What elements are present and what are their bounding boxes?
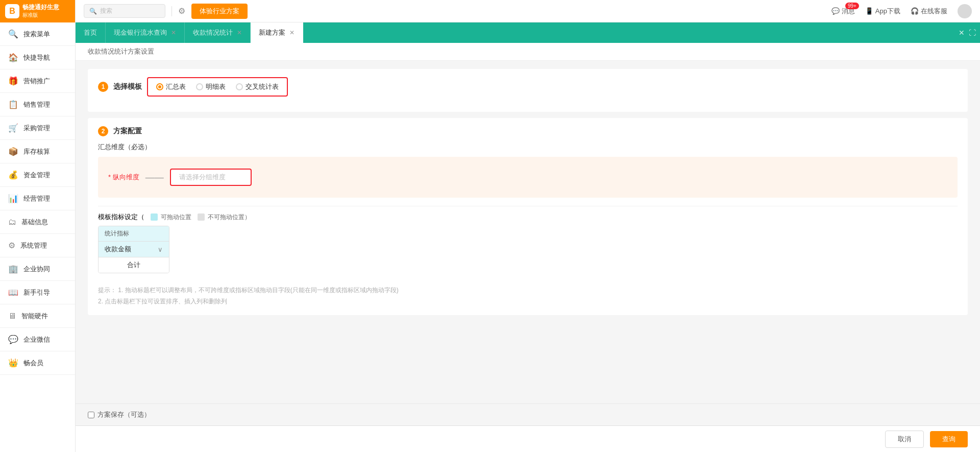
cancel-button[interactable]: 取消: [885, 431, 924, 448]
sidebar-item-inventory[interactable]: 📦 库存核算: [0, 140, 75, 163]
folder-icon: 🗂: [8, 218, 16, 227]
industry-plan-button[interactable]: 体验行业方案: [191, 4, 248, 19]
tab-receipt-stats[interactable]: 收款情况统计 ✕: [185, 22, 251, 43]
query-button[interactable]: 查询: [930, 431, 968, 447]
logo-icon: B: [5, 4, 19, 18]
customer-service-button[interactable]: 🎧 在线客服: [911, 7, 947, 16]
sidebar-item-system[interactable]: ⚙ 系统管理: [0, 234, 75, 257]
tab-bank-flow-close-icon[interactable]: ✕: [171, 29, 176, 36]
dimension-subsection-title: 汇总维度（必选）: [98, 142, 958, 152]
step2-title-text: 方案配置: [113, 127, 142, 136]
dimension-row: * 纵向维度 —— 请选择分组维度: [108, 169, 252, 186]
step1-title-text: 选择模板: [113, 82, 142, 91]
indicators-header: 模板指标设定（ 可拖动位置 不可拖动位置）: [98, 212, 958, 222]
template-radio-group: 汇总表 明细表 交叉统计表: [147, 77, 288, 97]
user-avatar[interactable]: [958, 4, 972, 18]
tab-new-plan-close-icon[interactable]: ✕: [289, 29, 295, 36]
sidebar-item-operations[interactable]: 📊 经营管理: [0, 187, 75, 210]
sidebar-item-label: 库存核算: [23, 147, 50, 156]
search-box[interactable]: 🔍 搜索: [84, 4, 165, 18]
sidebar-item-label: 企业协同: [23, 265, 50, 274]
crown-icon: 👑: [8, 358, 18, 368]
sidebar-item-sales[interactable]: 📋 销售管理: [0, 93, 75, 116]
indicator-cell-name: 收款金额: [105, 245, 131, 254]
sidebar-logo: B 畅捷通好生意 标准版: [0, 0, 75, 22]
save-plan-checkbox-row: 方案保存（可选）: [88, 410, 968, 419]
radio-detail-label: 明细表: [206, 82, 226, 91]
radio-detail-circle: [196, 83, 203, 90]
monitor-icon: 🖥: [8, 312, 16, 321]
radio-cross-circle: [236, 83, 243, 90]
page-header: 收款情况统计方案设置: [76, 43, 980, 61]
sidebar-item-label: 系统管理: [20, 241, 47, 250]
indicator-cell-dropdown-icon[interactable]: ∨: [158, 246, 163, 253]
sidebar-item-label: 销售管理: [23, 100, 50, 109]
gear-icon: ⚙: [8, 241, 15, 250]
main-area: 🔍 搜索 ⚙ 体验行业方案 💬 消息 99+ 📱 App下载 🎧 在线客服: [76, 0, 980, 452]
sidebar-item-smart-hw[interactable]: 🖥 智能硬件: [0, 304, 75, 328]
tip-text-1: 提示： 1. 拖动标题栏可以调整布局，不可跨维度或指标区域拖动目字段(只能在同一…: [98, 285, 958, 296]
building-icon: 🏢: [8, 264, 18, 274]
tabbar: 首页 现金银行流水查询 ✕ 收款情况统计 ✕ 新建方案 ✕ ✕ ⛶: [76, 22, 980, 43]
tab-close-all-icon[interactable]: ✕: [959, 29, 965, 37]
sidebar-item-guide[interactable]: 📖 新手引导: [0, 281, 75, 304]
money-icon: 💰: [8, 170, 18, 180]
step1-badge: 1: [98, 82, 108, 92]
dimension-select[interactable]: 请选择分组维度: [170, 169, 252, 186]
tab-new-plan[interactable]: 新建方案 ✕: [251, 22, 303, 43]
sidebar-item-label: 资金管理: [23, 171, 50, 180]
sidebar-item-label: 采购管理: [23, 124, 50, 133]
save-plan-checkbox[interactable]: [88, 412, 94, 418]
sidebar-item-label: 企业微信: [23, 335, 50, 344]
tab-expand-icon[interactable]: ⛶: [969, 29, 976, 37]
sidebar-item-label: 新手引导: [23, 288, 50, 297]
tab-bank-flow[interactable]: 现金银行流水查询 ✕: [106, 22, 185, 43]
radio-summary[interactable]: 汇总表: [156, 82, 186, 91]
topbar: 🔍 搜索 ⚙ 体验行业方案 💬 消息 99+ 📱 App下载 🎧 在线客服: [76, 0, 980, 22]
home-icon: 🏠: [8, 53, 18, 62]
book-icon: 📖: [8, 288, 18, 297]
indicator-cell-receipt[interactable]: 收款金额 ∨: [99, 242, 169, 257]
sidebar-item-member[interactable]: 👑 畅会员: [0, 351, 75, 375]
sidebar-item-quick-nav[interactable]: 🏠 快捷导航: [0, 46, 75, 69]
legend-fixed: 不可拖动位置）: [198, 213, 251, 222]
app-download-label: App下载: [875, 7, 900, 16]
sidebar-item-basic-info[interactable]: 🗂 基础信息: [0, 210, 75, 234]
sidebar-item-label: 智能硬件: [21, 312, 48, 321]
step1-section: 1 选择模板 汇总表 明细表 交叉统计表: [88, 69, 968, 112]
sidebar-item-enterprise[interactable]: 🏢 企业协同: [0, 257, 75, 281]
sidebar-item-wechat[interactable]: 💬 企业微信: [0, 328, 75, 351]
radio-detail[interactable]: 明细表: [196, 82, 226, 91]
page-header-text: 收款情况统计方案设置: [88, 47, 154, 55]
page-body: 1 选择模板 汇总表 明细表 交叉统计表: [76, 61, 980, 403]
legend-draggable-label: 可拖动位置: [161, 213, 191, 222]
sidebar-item-marketing[interactable]: 🎁 营销推广: [0, 69, 75, 93]
step2-badge: 2: [98, 126, 108, 136]
chat-icon: 💬: [8, 335, 18, 344]
message-button[interactable]: 💬 消息 99+: [831, 7, 855, 16]
tab-home-label: 首页: [84, 28, 97, 37]
box-icon: 📦: [8, 147, 18, 156]
sidebar-item-purchase[interactable]: 🛒 采购管理: [0, 116, 75, 140]
settings-icon[interactable]: ⚙: [178, 6, 185, 16]
tab-bank-flow-label: 现金银行流水查询: [114, 28, 167, 37]
search-menu-icon: 🔍: [8, 29, 18, 39]
sidebar-item-label: 搜索菜单: [23, 30, 50, 39]
step1-title-row: 1 选择模板 汇总表 明细表 交叉统计表: [98, 77, 958, 97]
legend-fixed-box: [198, 213, 205, 221]
topbar-right: 💬 消息 99+ 📱 App下载 🎧 在线客服: [831, 4, 972, 18]
search-icon: 🔍: [89, 8, 97, 15]
tab-receipt-stats-close-icon[interactable]: ✕: [237, 29, 242, 36]
radio-cross-label: 交叉统计表: [246, 82, 279, 91]
clipboard-icon: 📋: [8, 100, 18, 109]
legend-draggable-box: [151, 213, 158, 221]
legend-fixed-label: 不可拖动位置）: [208, 213, 251, 222]
sidebar-item-search-menu[interactable]: 🔍 搜索菜单: [0, 22, 75, 46]
sidebar-item-capital[interactable]: 💰 资金管理: [0, 163, 75, 187]
tab-home[interactable]: 首页: [76, 22, 106, 43]
app-download-button[interactable]: 📱 App下载: [865, 7, 900, 16]
radio-summary-circle: [156, 83, 163, 90]
radio-cross[interactable]: 交叉统计表: [236, 82, 279, 91]
tabbar-controls: ✕ ⛶: [959, 29, 980, 37]
logo-version: 标准版: [22, 12, 59, 19]
